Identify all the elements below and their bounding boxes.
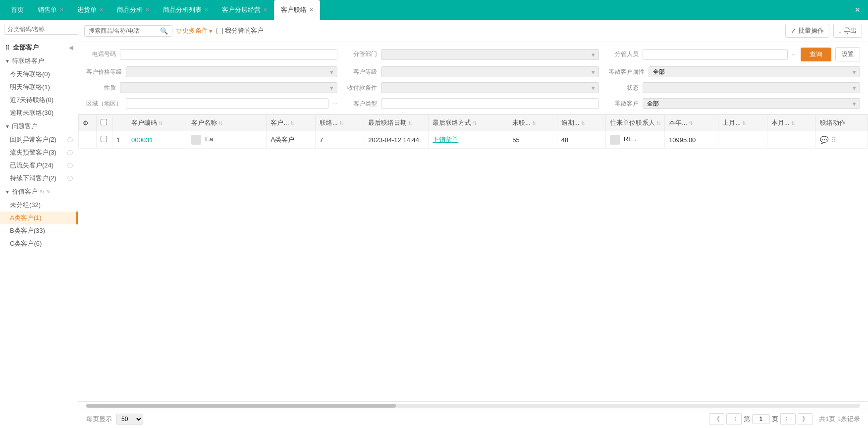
my-customers-checkbox[interactable] (217, 28, 223, 34)
th-this-month[interactable]: 本月... ⇅ (767, 115, 815, 131)
sidebar-item-overdue[interactable]: 逾期未联络(30) (0, 107, 78, 119)
help-icon-2[interactable]: ⓘ (67, 162, 73, 169)
sidebar-item-class-c[interactable]: C类客户(6) (0, 237, 78, 250)
sidebar-item-churn-warning[interactable]: 流失预警客户(3) ⓘ (0, 146, 78, 159)
help-icon-0[interactable]: ⓘ (67, 136, 73, 144)
last-month-sort-icon: ⇅ (742, 120, 746, 126)
sidebar-item-class-b[interactable]: B类客户(33) (0, 224, 78, 237)
row-last-contact-method[interactable]: 下销货单 (429, 131, 508, 149)
refresh-icon[interactable]: ↻ (40, 189, 44, 195)
retail-attr-select[interactable]: 全部 (649, 66, 860, 77)
goods-analysis-list-tab-close[interactable]: × (205, 6, 208, 13)
first-page-button[interactable]: 《 (709, 413, 724, 425)
th-last-month[interactable]: 上月... ⇅ (718, 115, 767, 131)
filter-search-input[interactable] (89, 27, 158, 34)
close-all-button[interactable]: × (851, 5, 864, 15)
edit-icon[interactable]: ✎ (46, 189, 51, 195)
status-select[interactable] (643, 82, 860, 93)
th-overdue[interactable]: 逾期... ⇅ (557, 115, 605, 131)
my-customers-filter[interactable]: 我分管的客户 (217, 26, 264, 35)
next-page-button[interactable]: 〉 (780, 413, 796, 425)
th-name[interactable]: 客户名称 ⇅ (187, 115, 267, 131)
area-label: 区域（地区） (86, 100, 122, 108)
manager-input[interactable] (643, 49, 788, 60)
value-customers-group-title[interactable]: ▼ 价值客户 ↻ ✎ (0, 185, 78, 199)
chat-icon[interactable]: 💬 (820, 136, 828, 144)
qr-icon[interactable]: ⠿ (831, 136, 836, 144)
batch-op-button[interactable]: ✓ 批量操作 (785, 24, 829, 38)
row-code[interactable]: 000031 (127, 131, 187, 149)
row-checkbox-input[interactable] (101, 136, 107, 142)
goods-analysis-tab-close[interactable]: × (146, 6, 149, 13)
row-checkbox[interactable] (97, 131, 112, 149)
last-date-sort-icon: ⇅ (408, 120, 412, 126)
export-button[interactable]: ↓ 导出 (833, 24, 863, 38)
page-size-label: 每页显示 (86, 415, 112, 424)
sidebar-item-repurchase-abnormal[interactable]: 回购异常客户(2) ⓘ (0, 133, 78, 146)
last-contact-method-link[interactable]: 下销货单 (433, 136, 458, 143)
dept-select[interactable] (381, 49, 598, 60)
th-this-year[interactable]: 本年... ⇅ (665, 115, 718, 131)
manager-dots[interactable]: ··· (792, 51, 797, 58)
phone-label: 电话号码 (86, 50, 116, 58)
nav-tab-purchase[interactable]: 进货单 × (70, 0, 110, 20)
sidebar-item-unclassified[interactable]: 未分组(32) (0, 199, 78, 212)
help-icon-1[interactable]: ⓘ (67, 149, 73, 157)
help-icon-3[interactable]: ⓘ (67, 175, 73, 182)
sidebar-all-customers-header[interactable]: ⠿ 全部客户 ◀ (0, 39, 78, 54)
th-settings[interactable]: ⚙ (79, 115, 97, 131)
problem-customers-group-title[interactable]: ▼ 问题客户 (0, 119, 78, 133)
prev-page-button[interactable]: 〈 (726, 413, 742, 425)
sidebar-search-input[interactable] (4, 24, 78, 35)
last-page-button[interactable]: 》 (798, 413, 813, 425)
th-unit-contacts[interactable]: 往来单位联系人 ⇅ (606, 115, 665, 131)
customer-segment-tab-close[interactable]: × (264, 6, 267, 13)
nav-tab-customer-contact[interactable]: 客户联络 × (274, 0, 320, 20)
th-last-contact-method[interactable]: 最后联络方式 ⇅ (429, 115, 508, 131)
area-input[interactable] (126, 98, 328, 109)
th-code[interactable]: 客户编码 ⇅ (127, 115, 187, 131)
th-last-contact-date[interactable]: 最后联络日期 ⇅ (364, 115, 429, 131)
purchase-tab-close[interactable]: × (100, 6, 103, 13)
row-name[interactable]: Ea (187, 131, 267, 149)
phone-input[interactable] (120, 49, 337, 60)
nav-tab-sales[interactable]: 销售单 × (31, 0, 70, 20)
scroll-bar[interactable] (86, 404, 860, 408)
dept-select-wrap (381, 49, 598, 60)
sidebar-item-tomorrow[interactable]: 明天待联络(1) (0, 81, 78, 94)
sales-tab-close[interactable]: × (60, 6, 63, 13)
page-input[interactable] (752, 414, 770, 424)
filter-search-icon[interactable]: 🔍 (160, 27, 168, 35)
sidebar-item-today[interactable]: 今天待联络(0) (0, 68, 78, 81)
nav-tab-home[interactable]: 首页 (4, 0, 31, 20)
th-no-contact[interactable]: 未联... ⇅ (508, 115, 557, 131)
more-filters-button[interactable]: ▽ 更多条件 ▾ (176, 26, 213, 35)
customer-type-input[interactable] (381, 98, 598, 109)
area-dots[interactable]: ··· (332, 100, 337, 107)
select-all-checkbox[interactable] (101, 119, 107, 125)
customer-level-select[interactable] (381, 66, 598, 77)
sidebar-item-7days[interactable]: 近7天待联络(0) (0, 94, 78, 107)
nature-select[interactable] (120, 82, 337, 93)
th-checkbox[interactable] (97, 115, 112, 131)
sidebar-item-declining[interactable]: 持续下滑客户(2) ⓘ (0, 172, 78, 185)
query-button[interactable]: 查询 (801, 48, 831, 61)
price-level-select[interactable] (126, 66, 337, 77)
retail-select[interactable]: 全部 (643, 98, 860, 109)
sidebar-item-class-a[interactable]: A类客户(1) (0, 212, 78, 224)
collapse-icon[interactable]: ◀ (69, 45, 73, 51)
nav-tab-goods-analysis[interactable]: 商品分析 × (110, 0, 156, 20)
customer-contact-tab-close[interactable]: × (310, 6, 313, 13)
nav-tab-customer-segment[interactable]: 客户分层经营 × (215, 0, 274, 20)
th-category[interactable]: 客户... ⇅ (267, 115, 315, 131)
sidebar-item-churned[interactable]: 已流失客户(24) ⓘ (0, 159, 78, 172)
payment-select[interactable] (381, 82, 598, 93)
scroll-thumb[interactable] (86, 404, 396, 408)
page-size-select[interactable]: 50 100 200 (116, 414, 143, 425)
nav-tab-goods-analysis-list[interactable]: 商品分析列表 × (156, 0, 215, 20)
th-contacts[interactable]: 联络... ⇅ (315, 115, 364, 131)
filter-row-manager: 分管人员 ··· 查询 设置 (609, 47, 860, 61)
pending-contact-group-title[interactable]: ▼ 待联络客户 (0, 54, 78, 68)
retail-attr-select-wrap: 全部 (649, 66, 860, 77)
settings-button[interactable]: 设置 (835, 47, 860, 61)
